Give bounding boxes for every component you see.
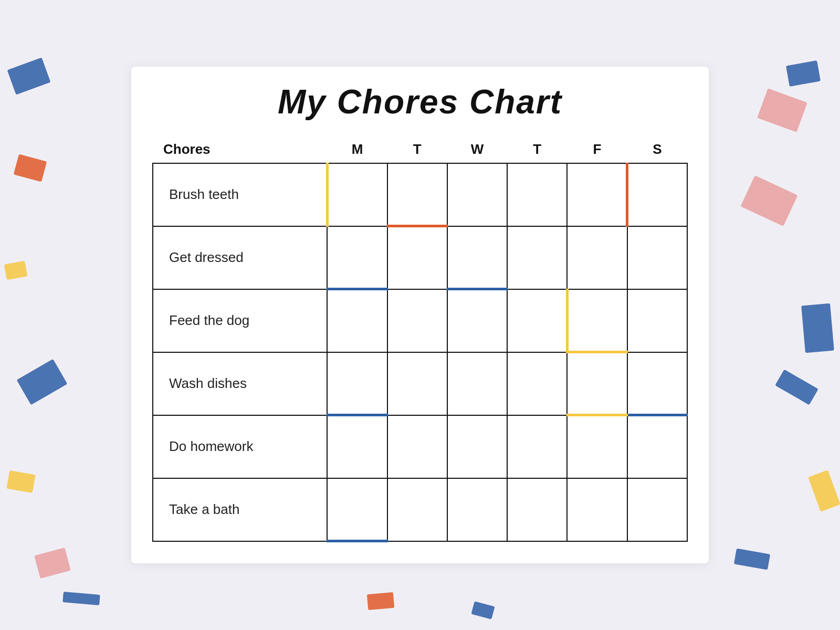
table-row: Wash dishes	[153, 352, 687, 415]
chore-cell[interactable]	[627, 226, 687, 289]
chore-label: Feed the dog	[153, 289, 327, 352]
chore-cell[interactable]	[447, 226, 507, 289]
chore-cell[interactable]	[387, 415, 447, 478]
confetti-shape-15	[471, 601, 495, 620]
chore-cell[interactable]	[567, 289, 627, 352]
chore-cell[interactable]	[327, 415, 387, 478]
chores-chart-card: My Chores Chart Chores M T W T F S Brush…	[131, 67, 709, 564]
chore-cell[interactable]	[507, 163, 567, 226]
chore-cell[interactable]	[507, 478, 567, 541]
chore-cell[interactable]	[627, 289, 687, 352]
confetti-shape-13	[734, 549, 770, 570]
confetti-shape-1	[14, 154, 47, 182]
chore-label: Take a bath	[153, 478, 327, 541]
chore-cell[interactable]	[387, 289, 447, 352]
chore-cell[interactable]	[387, 163, 447, 226]
table-row: Brush teeth	[153, 163, 687, 226]
chore-cell[interactable]	[387, 478, 447, 541]
confetti-shape-7	[757, 88, 807, 132]
chore-cell[interactable]	[327, 352, 387, 415]
chore-cell[interactable]	[567, 226, 627, 289]
confetti-shape-8	[786, 60, 821, 87]
confetti-shape-12	[808, 470, 840, 511]
chore-label: Brush teeth	[153, 163, 327, 226]
chore-cell[interactable]	[327, 163, 387, 226]
confetti-shape-14	[367, 592, 394, 610]
chore-cell[interactable]	[387, 226, 447, 289]
chore-cell[interactable]	[327, 226, 387, 289]
chore-cell[interactable]	[447, 478, 507, 541]
table-row: Take a bath	[153, 478, 687, 541]
chore-cell[interactable]	[327, 289, 387, 352]
chores-column-header: Chores	[153, 136, 327, 163]
chore-cell[interactable]	[567, 478, 627, 541]
day-header-f: F	[567, 136, 627, 163]
chore-cell[interactable]	[447, 289, 507, 352]
confetti-shape-9	[740, 175, 797, 226]
table-row: Feed the dog	[153, 289, 687, 352]
chore-cell[interactable]	[507, 415, 567, 478]
chore-cell[interactable]	[327, 478, 387, 541]
chore-cell[interactable]	[387, 352, 447, 415]
chore-cell[interactable]	[507, 289, 567, 352]
chores-table: Chores M T W T F S Brush teeth	[152, 136, 688, 543]
chore-cell[interactable]	[507, 352, 567, 415]
chore-cell[interactable]	[627, 478, 687, 541]
chore-cell[interactable]	[567, 415, 627, 478]
confetti-shape-11	[775, 370, 818, 405]
confetti-shape-4	[6, 470, 35, 493]
chore-cell[interactable]	[447, 352, 507, 415]
chore-label: Do homework	[153, 415, 327, 478]
confetti-shape-0	[7, 58, 51, 95]
chore-cell[interactable]	[567, 163, 627, 226]
day-header-s: S	[627, 136, 687, 163]
day-header-w: W	[447, 136, 507, 163]
chore-cell[interactable]	[627, 163, 687, 226]
chore-cell[interactable]	[627, 352, 687, 415]
chore-cell[interactable]	[447, 163, 507, 226]
chore-cell[interactable]	[447, 415, 507, 478]
confetti-shape-5	[34, 548, 71, 579]
chore-cell[interactable]	[507, 226, 567, 289]
day-header-m: M	[327, 136, 387, 163]
table-row: Get dressed	[153, 226, 687, 289]
confetti-shape-2	[4, 261, 28, 280]
chore-label: Wash dishes	[153, 352, 327, 415]
confetti-shape-3	[17, 359, 68, 405]
day-header-t1: T	[387, 136, 447, 163]
chore-cell[interactable]	[627, 415, 687, 478]
confetti-shape-6	[62, 592, 100, 605]
chore-cell[interactable]	[567, 352, 627, 415]
page-title: My Chores Chart	[152, 82, 688, 121]
chore-label: Get dressed	[153, 226, 327, 289]
day-header-t2: T	[507, 136, 567, 163]
confetti-shape-10	[801, 303, 834, 353]
table-row: Do homework	[153, 415, 687, 478]
